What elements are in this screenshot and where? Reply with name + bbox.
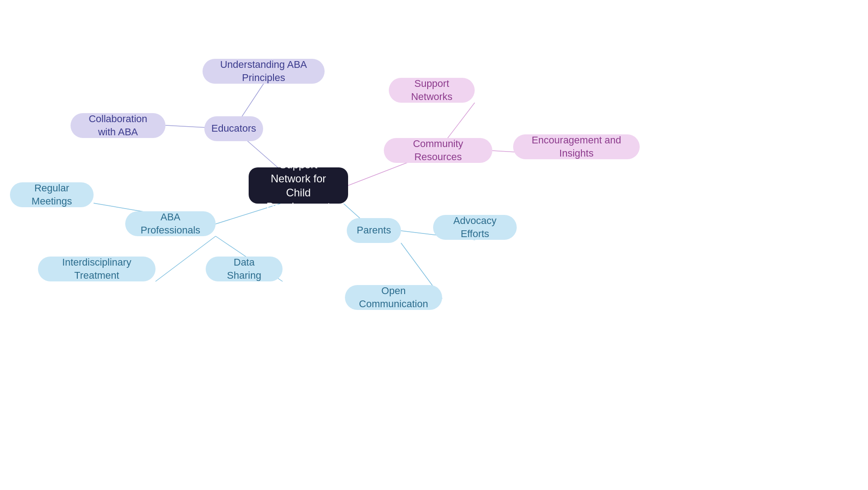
data-sharing-node: Data Sharing — [206, 257, 283, 281]
aba-professionals-node: ABA Professionals — [125, 211, 216, 236]
collaboration-aba-node: Collaboration with ABA — [71, 113, 165, 138]
support-networks-node: Support Networks — [389, 78, 475, 103]
understanding-aba-node: Understanding ABA Principles — [203, 59, 325, 84]
encouragement-insights-node: Encouragement and Insights — [513, 134, 640, 159]
open-communication-node: Open Communication — [345, 285, 442, 310]
advocacy-efforts-node: Advocacy Efforts — [433, 215, 517, 240]
regular-meetings-node: Regular Meetings — [10, 182, 94, 207]
interdisciplinary-treatment-node: Interdisciplinary Treatment — [38, 257, 156, 281]
center-node: Support Network for Child Development — [249, 167, 348, 204]
educators-node: Educators — [204, 116, 263, 141]
parents-node: Parents — [347, 218, 401, 243]
community-resources-node: Community Resources — [384, 138, 492, 163]
